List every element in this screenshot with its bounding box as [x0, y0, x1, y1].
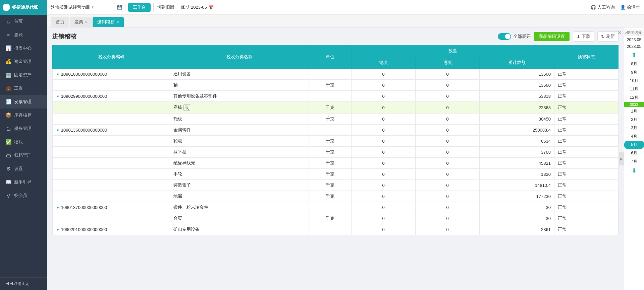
tab-invoice-close[interactable]: × — [85, 20, 87, 24]
row-unit — [309, 224, 351, 235]
period-display: 账期 2023-05 📅 — [181, 4, 214, 10]
row-total: 53318 — [480, 91, 554, 102]
settlement-icon: ✅ — [5, 139, 11, 145]
product-code-btn[interactable]: 商品编码设置 — [534, 32, 570, 41]
assets-icon: 🏢 — [5, 72, 11, 78]
period-month-item[interactable]: 6月 — [624, 149, 644, 157]
toggle-expand[interactable]: 全部展开 — [498, 33, 531, 40]
row-sale: 0 — [352, 224, 416, 235]
invoice-icon: 🧾 — [5, 99, 11, 105]
tab-home[interactable]: 首页 — [51, 17, 69, 27]
period-month-item[interactable]: 10月 — [624, 77, 644, 85]
row-warning: 正常 — [554, 69, 618, 80]
download-btn[interactable]: ⬇ 下载 — [573, 31, 594, 42]
sidebar-item-inventory[interactable]: 📦 库存核算 — [0, 108, 47, 122]
user-menu[interactable]: 👤 徐泽华 — [620, 4, 640, 10]
row-name: 绝缘导线壳 — [173, 160, 195, 165]
row-warning: 正常 — [554, 125, 618, 136]
sidebar-item-salary[interactable]: 💼 工资 — [0, 82, 47, 95]
period-year-2[interactable]: 2023.05 — [624, 43, 644, 50]
company-name: 沈海英测试经营勿删 — [51, 4, 90, 10]
inventory-icon: 📦 — [5, 112, 11, 118]
row-purchase: 0 — [416, 213, 480, 224]
row-name: 座椅 — [173, 105, 182, 110]
sidebar-item-fund[interactable]: 💰 资金管理 — [0, 55, 47, 68]
period-up-btn[interactable]: ⬆ — [624, 50, 644, 60]
row-total: 45821 — [480, 158, 554, 169]
row-total: 30 — [480, 202, 554, 213]
panel-expand-btn[interactable]: ⤢ — [625, 29, 629, 35]
refresh-btn[interactable]: ↻ 刷新 — [597, 31, 619, 42]
period-year-1[interactable]: 2023.05 — [624, 37, 644, 43]
sidebar-item-invoice[interactable]: 🧾 发票管理 — [0, 95, 47, 108]
expand-icon[interactable]: ▼ — [56, 206, 60, 210]
user-name: 徐泽华 — [627, 4, 640, 10]
period-month-active[interactable]: 5月 — [624, 141, 644, 149]
switch-version-btn[interactable]: 切到旧版 — [153, 3, 178, 12]
row-purchase: 0 — [416, 202, 480, 213]
panel-close-btn[interactable]: ✕ — [618, 29, 622, 36]
panel-collapse-btn[interactable]: ▶ — [619, 152, 624, 165]
expand-icon[interactable]: ▼ — [56, 72, 60, 76]
sidebar-unpin-btn[interactable]: ◀◀取消固定 — [0, 277, 47, 290]
period-month-item[interactable]: 2月 — [624, 116, 644, 124]
period-month-item[interactable]: 3月 — [624, 124, 644, 132]
row-warning: 正常 — [554, 147, 618, 158]
row-unit: 千克 — [309, 180, 351, 191]
row-purchase: 0 — [416, 125, 480, 136]
row-purchase: 0 — [416, 224, 480, 235]
period-month-item[interactable]: 4月 — [624, 132, 644, 141]
row-code: 1090201000000000000 — [61, 227, 107, 232]
row-total: 22868 — [480, 102, 554, 114]
th-quantity-group: 数量 — [352, 45, 554, 57]
row-unit: 千克 — [309, 147, 351, 158]
tab-invoice[interactable]: 发票 × — [70, 17, 92, 27]
sidebar-item-tax[interactable]: 🗂 税务管理 — [0, 122, 47, 135]
sidebar-item-settlement[interactable]: ✅ 结账 — [0, 135, 47, 149]
row-code: 1090137000000000000 — [61, 205, 107, 210]
download-icon: ⬇ — [577, 34, 580, 39]
period-month-item[interactable]: 12月 — [624, 93, 644, 102]
row-code: 1090136000000000000 — [61, 128, 107, 133]
sidebar-item-settings[interactable]: ⚙ 设置 — [0, 162, 47, 175]
support-btn[interactable]: 🎧 人工咨询 — [591, 4, 615, 10]
row-purchase: 0 — [416, 147, 480, 158]
save-icon: 💾 — [117, 5, 122, 10]
sidebar-item-assets[interactable]: 🏢 固定资产 — [0, 68, 47, 82]
company-selector[interactable]: 沈海英测试经营勿删 ▾ — [51, 4, 111, 10]
period-month-item[interactable]: 8月 — [624, 60, 644, 68]
sidebar-label-member: 畅会员 — [14, 193, 27, 199]
row-code: 1090299000000000000 — [61, 94, 107, 99]
period-year-marker[interactable]: 2023 — [624, 102, 644, 107]
sidebar-item-home[interactable]: ⌂ 首页 — [0, 15, 47, 28]
dropdown-arrow-icon: ▾ — [92, 5, 94, 10]
th-tax-name: 税收分类名称 — [170, 45, 309, 69]
sidebar-item-archive[interactable]: 🗃 归档管理 — [0, 149, 47, 162]
period-month-item[interactable]: 7月 — [624, 157, 644, 166]
period-month-item[interactable]: 9月 — [624, 68, 644, 77]
th-tax-code: 税收分类编码 — [53, 45, 170, 69]
period-month-item[interactable]: 11月 — [624, 85, 644, 93]
row-purchase: 0 — [416, 158, 480, 169]
sidebar-item-guide[interactable]: 📖 新手引导 — [0, 175, 47, 189]
row-total: 3768 — [480, 147, 554, 158]
expand-icon[interactable]: ▼ — [56, 228, 60, 232]
row-sale: 0 — [352, 191, 416, 202]
row-purchase: 0 — [416, 191, 480, 202]
search-icon[interactable]: 🔍 — [183, 104, 190, 111]
expand-icon[interactable]: ▼ — [56, 94, 60, 98]
save-btn[interactable]: 💾 — [114, 3, 125, 11]
toggle-switch[interactable] — [498, 33, 511, 40]
tab-reconcile-close[interactable]: × — [117, 20, 119, 24]
calendar-icon[interactable]: 📅 — [208, 5, 214, 10]
period-month-item[interactable]: 1月 — [624, 107, 644, 116]
expand-icon[interactable]: ▼ — [56, 128, 60, 132]
period-down-btn[interactable]: ⬇ — [624, 166, 644, 176]
row-name: 抹平盘 — [173, 149, 186, 154]
row-purchase: 0 — [416, 80, 480, 91]
tab-reconcile[interactable]: 进销稽核 × — [93, 17, 123, 27]
sidebar-item-ledger[interactable]: ≡ 总账 — [0, 28, 47, 42]
sidebar-item-report[interactable]: 📊 报表中心 — [0, 42, 47, 55]
sidebar-item-member[interactable]: V 畅会员 — [0, 189, 47, 202]
workbench-btn[interactable]: 工作台 — [128, 3, 151, 12]
